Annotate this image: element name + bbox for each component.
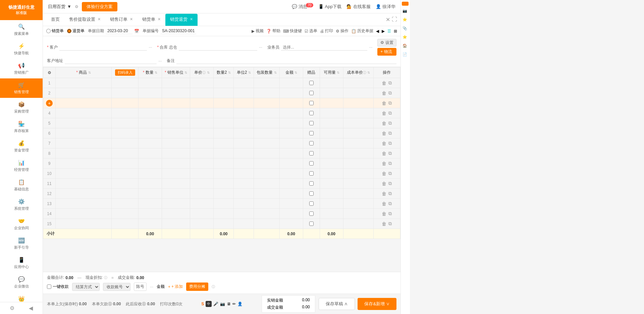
row-2-avail[interactable] bbox=[320, 88, 343, 98]
row-5-delete[interactable]: 🗑 bbox=[382, 121, 386, 126]
staff-dots[interactable]: ··· bbox=[369, 45, 372, 50]
row-3-avail[interactable] bbox=[320, 98, 343, 108]
row-3-cost[interactable] bbox=[343, 98, 373, 108]
sidebar-item-partner[interactable]: 🤝 企业协同 bbox=[0, 214, 43, 234]
row-5-copy[interactable]: ⧉ bbox=[388, 120, 392, 126]
sidebar-item-finance[interactable]: 💰 资金管理 bbox=[0, 137, 43, 156]
row-2-delete-icon[interactable]: 🗑 bbox=[382, 90, 386, 96]
row-8-copy[interactable]: ⧉ bbox=[388, 150, 392, 156]
sidebar-item-purchase[interactable]: 📦 采购管理 bbox=[0, 98, 43, 117]
price-info-icon[interactable]: ⓘ bbox=[202, 71, 206, 74]
row-11-copy[interactable]: ⧉ bbox=[388, 181, 392, 186]
date-value[interactable]: 2023-03-20 bbox=[106, 28, 132, 34]
row-6-delete[interactable]: 🗑 bbox=[382, 131, 386, 136]
app-download-btn[interactable]: 📱 App下载 bbox=[318, 4, 341, 10]
one-click-pay-check[interactable]: 一键收款 bbox=[47, 284, 69, 290]
history-btn[interactable]: 📋 历史单据 bbox=[351, 28, 373, 34]
add-row-btn[interactable]: + bbox=[46, 100, 53, 107]
row-1-gift-check[interactable] bbox=[309, 81, 314, 85]
row-3-product[interactable] bbox=[56, 98, 112, 108]
qty2-sort-icon[interactable]: ⇅ bbox=[228, 71, 231, 74]
account-select[interactable]: 收款账号 bbox=[103, 283, 130, 291]
sidebar-item-inventory[interactable]: 🏪 库存核算 bbox=[0, 117, 43, 137]
row-4-copy[interactable]: ⧉ bbox=[388, 110, 392, 116]
warehouse-input[interactable] bbox=[179, 44, 257, 51]
row-3-product-input[interactable] bbox=[58, 101, 109, 106]
qty-sort-icon[interactable]: ⇅ bbox=[155, 71, 157, 74]
row-14-delete[interactable]: 🗑 bbox=[382, 211, 386, 216]
row-12-copy[interactable]: ⧉ bbox=[388, 191, 392, 196]
save-new-btn[interactable]: 保存&新增 ∨ bbox=[358, 298, 396, 310]
row-3-delete-icon[interactable]: 🗑 bbox=[382, 101, 386, 106]
th-scan[interactable]: 扫码录入 bbox=[112, 67, 139, 78]
row-6-copy[interactable]: ⧉ bbox=[388, 130, 392, 136]
row-7-copy[interactable]: ⧉ bbox=[388, 140, 392, 146]
row-3-pack[interactable] bbox=[254, 98, 279, 108]
tab-price-setting[interactable]: 售价提取设置 ✕ bbox=[64, 14, 105, 26]
customer-dots[interactable]: ··· bbox=[149, 45, 152, 50]
row-3-price[interactable] bbox=[190, 98, 214, 108]
row-2-gift-check[interactable] bbox=[309, 91, 314, 95]
radio-return-input[interactable] bbox=[67, 29, 71, 33]
sidebar-item-wechat[interactable]: 💬 企业微信 bbox=[0, 273, 43, 292]
topbar-gear-icon[interactable]: ⚙ bbox=[75, 4, 78, 9]
right-icon-1[interactable]: 📷 bbox=[401, 7, 409, 14]
discount-info-icon[interactable]: ⓘ bbox=[104, 275, 107, 280]
row-9-gift-check[interactable] bbox=[309, 161, 314, 166]
online-service-btn[interactable]: 💁 在线客服 bbox=[346, 4, 371, 10]
pack-sort-icon[interactable]: ⇅ bbox=[274, 71, 277, 74]
save-draft-btn[interactable]: 保存草稿 ∧ bbox=[319, 298, 355, 310]
avail-sort-icon[interactable]: ⇅ bbox=[337, 71, 339, 74]
row-4-delete[interactable]: 🗑 bbox=[382, 111, 386, 116]
row-1-qty[interactable] bbox=[139, 78, 162, 88]
one-click-pay-input[interactable] bbox=[47, 285, 51, 289]
row-9-copy[interactable]: ⧉ bbox=[388, 161, 392, 166]
row-1-amount[interactable] bbox=[279, 78, 303, 88]
sidebar-item-system[interactable]: ⚙️ 系统管理 bbox=[0, 195, 43, 214]
row-13-delete[interactable]: 🗑 bbox=[382, 201, 386, 206]
right-icon-4[interactable]: ⭐ bbox=[401, 33, 409, 41]
tab-sales-order[interactable]: 销售订单 ✕ bbox=[105, 14, 138, 26]
sidebar-item-sales[interactable]: 🛒 销售管理 bbox=[0, 78, 43, 98]
cost-info-icon[interactable]: ⓘ bbox=[363, 71, 366, 74]
sidebar-item-member[interactable]: 👑 畅会员 bbox=[0, 292, 43, 302]
tab-sales-order-close[interactable]: ✕ bbox=[130, 17, 133, 21]
row-13-gift-check[interactable] bbox=[309, 201, 314, 206]
next-icon[interactable]: ▶ bbox=[382, 29, 385, 34]
row-15-gift-check[interactable] bbox=[309, 222, 314, 226]
row-7-delete[interactable]: 🗑 bbox=[382, 141, 386, 146]
row-3-copy-icon[interactable]: ⧉ bbox=[388, 100, 392, 106]
row-9-delete[interactable]: 🗑 bbox=[382, 161, 386, 166]
row-1-cost[interactable] bbox=[343, 78, 373, 88]
customer-input[interactable] bbox=[59, 44, 147, 51]
row-10-copy[interactable]: ⧉ bbox=[388, 171, 392, 176]
row-1-unit[interactable] bbox=[162, 78, 190, 88]
row-2-unit[interactable] bbox=[162, 88, 190, 98]
sidebar-item-quick[interactable]: ⚡ 快捷导航 bbox=[0, 40, 43, 59]
grid-view-icon[interactable]: ⊞ bbox=[394, 29, 397, 34]
row-1-delete-icon[interactable]: 🗑 bbox=[382, 80, 386, 86]
collapse-icon[interactable]: ◀ bbox=[29, 305, 33, 311]
row-7-gift-check[interactable] bbox=[309, 141, 314, 145]
row-8-gift-check[interactable] bbox=[309, 151, 314, 155]
operate-btn[interactable]: ⚙ 操作 bbox=[336, 28, 348, 34]
tab-price-close[interactable]: ✕ bbox=[98, 17, 101, 21]
tab-expand-icon[interactable]: ⛶ bbox=[392, 16, 397, 23]
sidebar-item-marketing[interactable]: 📢 营销推广 bbox=[0, 59, 43, 78]
row-3-unit[interactable] bbox=[162, 98, 190, 108]
row-5-gift-check[interactable] bbox=[309, 121, 314, 125]
address-dots[interactable]: ··· bbox=[158, 59, 162, 63]
right-icon-chat[interactable]: 消 bbox=[402, 2, 409, 6]
row-1-avail[interactable] bbox=[320, 78, 343, 88]
row-3-gift-check[interactable] bbox=[309, 101, 314, 105]
sidebar-item-operation[interactable]: 📊 经营管理 bbox=[0, 156, 43, 176]
address-input[interactable] bbox=[65, 58, 157, 64]
row-2-amount[interactable] bbox=[279, 88, 303, 98]
row-1-gift[interactable] bbox=[303, 78, 320, 88]
row-1-qty2[interactable] bbox=[214, 78, 234, 88]
row-11-gift-check[interactable] bbox=[309, 181, 314, 186]
th-gear[interactable]: ⚙ bbox=[43, 67, 56, 78]
row-1-pack[interactable] bbox=[254, 78, 279, 88]
row-14-copy[interactable]: ⧉ bbox=[388, 211, 392, 216]
row-2-qty[interactable] bbox=[139, 88, 162, 98]
